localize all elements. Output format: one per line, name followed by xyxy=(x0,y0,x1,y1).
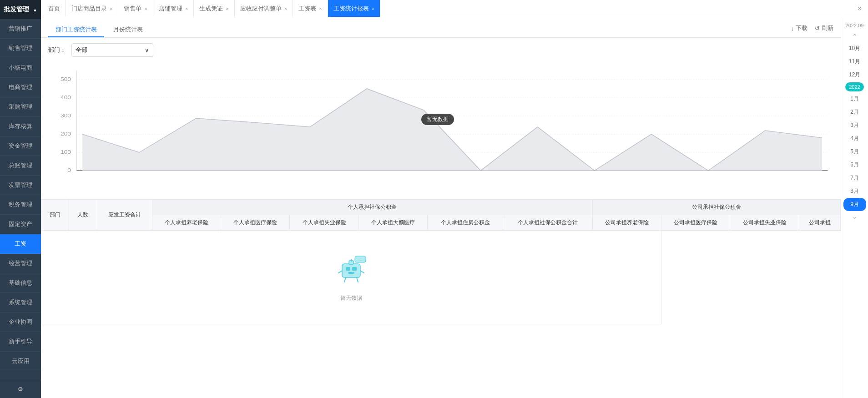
month-item-9[interactable]: 9月 xyxy=(843,198,866,211)
department-select[interactable]: 全部 ∨ xyxy=(71,43,153,57)
current-date-label: 2022.09 xyxy=(846,21,864,30)
sidebar-arrow-icon: ▲ xyxy=(33,7,37,12)
tab-销售单[interactable]: 销售单× xyxy=(118,0,153,17)
sidebar-item-云应用[interactable]: 云应用 xyxy=(0,352,41,371)
download-button[interactable]: ↓ 下载 xyxy=(791,24,808,32)
tab-label: 店铺管理 xyxy=(159,5,182,13)
svg-rect-15 xyxy=(346,267,350,271)
empty-state: ... 暂无数据 xyxy=(47,234,656,320)
sidebar-settings-button[interactable]: ⚙ xyxy=(0,380,41,398)
month-item-2[interactable]: 2月 xyxy=(843,106,866,119)
tab-close-button[interactable]: × xyxy=(144,6,147,11)
tab-label: 工资统计报表 xyxy=(333,5,369,13)
sidebar-item-基础信息[interactable]: 基础信息 xyxy=(0,273,41,293)
sidebar-item-营销推广[interactable]: 营销推广 xyxy=(0,19,41,39)
tab-close-button[interactable]: × xyxy=(319,6,322,11)
sidebar-item-经营管理[interactable]: 经营管理 xyxy=(0,254,41,273)
sidebar-item-固定资产[interactable]: 固定资产 xyxy=(0,215,41,234)
month-item-10[interactable]: 10月 xyxy=(843,42,866,55)
sub-tabs-left: 部门工资统计表月份统计表 xyxy=(48,23,150,37)
month-item-7[interactable]: 7月 xyxy=(843,171,866,185)
month-item-11[interactable]: 11月 xyxy=(843,55,866,68)
th-personal-medical: 个人承担医疗保险 xyxy=(221,215,290,231)
month-item-6[interactable]: 6月 xyxy=(843,158,866,171)
sidebar-item-系统管理[interactable]: 系统管理 xyxy=(0,293,41,312)
tab-close-button[interactable]: × xyxy=(226,6,228,11)
sidebar-item-企业协同[interactable]: 企业协同 xyxy=(0,312,41,332)
refresh-icon: ↺ xyxy=(815,25,820,32)
content-area: 部门工资统计表月份统计表 ↓ 下载 ↺ 刷新 部门： 全部 ∨ xyxy=(41,17,868,398)
tab-生成凭证[interactable]: 生成凭证× xyxy=(194,0,234,17)
month-item-5[interactable]: 5月 xyxy=(843,145,866,158)
sidebar-item-小畅电商[interactable]: 小畅电商 xyxy=(0,58,41,78)
sidebar-item-电商管理[interactable]: 电商管理 xyxy=(0,78,41,97)
date-nav-up[interactable]: ⌃ xyxy=(850,31,859,42)
th-personal-housing: 个人承担住房公积金 xyxy=(428,215,503,231)
sub-tab-部门工资统计表[interactable]: 部门工资统计表 xyxy=(48,23,104,37)
svg-text:...: ... xyxy=(359,257,362,262)
sidebar-item-总账管理[interactable]: 总账管理 xyxy=(0,156,41,176)
date-panel: 2022.09 ⌃ 10月 11月 12月 2022 1月 2月 3月 4月 5… xyxy=(841,17,868,398)
svg-rect-16 xyxy=(352,267,357,271)
tab-close-button[interactable]: × xyxy=(372,6,374,11)
sub-tabs-right: ↓ 下载 ↺ 刷新 xyxy=(791,24,834,36)
month-item-3[interactable]: 3月 xyxy=(843,119,866,132)
tab-首页[interactable]: 首页 xyxy=(43,0,66,17)
data-table: 部门 人数 应发工资合计 个人承担社保公积金 公司承担社保公积金 个人承担养老保… xyxy=(41,199,841,324)
tab-label: 门店商品目录 xyxy=(71,5,107,13)
sidebar-item-税务管理[interactable]: 税务管理 xyxy=(0,195,41,215)
empty-text: 暂无数据 xyxy=(340,294,362,302)
tabs-bar: 首页门店商品目录×销售单×店铺管理×生成凭证×应收应付调整单×工资表×工资统计报… xyxy=(41,0,868,17)
tab-工资表[interactable]: 工资表× xyxy=(293,0,328,17)
tab-close-button[interactable]: × xyxy=(110,6,112,11)
download-label: 下载 xyxy=(796,24,807,32)
tab-label: 生成凭证 xyxy=(199,5,223,13)
sidebar-item-工资[interactable]: 工资 xyxy=(0,234,41,254)
date-nav-down[interactable]: ⌄ xyxy=(850,211,859,222)
tab-close-button[interactable]: × xyxy=(284,6,287,11)
sidebar-item-销售管理[interactable]: 销售管理 xyxy=(0,39,41,58)
sub-tab-月份统计表[interactable]: 月份统计表 xyxy=(106,23,150,37)
table-wrapper[interactable]: 部门 人数 应发工资合计 个人承担社保公积金 公司承担社保公积金 个人承担养老保… xyxy=(41,199,841,398)
sidebar-item-采购管理[interactable]: 采购管理 xyxy=(0,97,41,117)
tab-label: 首页 xyxy=(48,5,60,13)
month-item-1[interactable]: 1月 xyxy=(843,92,866,106)
tab-工资统计报表[interactable]: 工资统计报表× xyxy=(328,0,380,17)
sidebar-title: 批发管理 xyxy=(4,5,29,14)
month-item-8[interactable]: 8月 xyxy=(843,185,866,198)
sidebar-header[interactable]: 批发管理 ▲ xyxy=(0,0,41,19)
tab-close-button[interactable]: × xyxy=(185,6,188,11)
svg-marker-13 xyxy=(82,89,822,171)
tab-应收应付调整单[interactable]: 应收应付调整单× xyxy=(235,0,293,17)
chart-svg-wrap: 0 100 200 300 400 500 暂无数据 xyxy=(48,66,833,184)
close-all-tabs-button[interactable]: × xyxy=(853,5,866,13)
svg-text:500: 500 xyxy=(61,76,71,82)
tab-label: 应收应付调整单 xyxy=(240,5,282,13)
sidebar-item-资金管理[interactable]: 资金管理 xyxy=(0,136,41,156)
tab-店铺管理[interactable]: 店铺管理× xyxy=(153,0,194,17)
th-personal-pension: 个人承担养老保险 xyxy=(152,215,221,231)
sidebar-item-新手引导[interactable]: 新手引导 xyxy=(0,332,41,352)
th-personal-bigmedical: 个人承担大额医疗 xyxy=(358,215,427,231)
svg-line-22 xyxy=(344,277,346,282)
content-main: 部门工资统计表月份统计表 ↓ 下载 ↺ 刷新 部门： 全部 ∨ xyxy=(41,17,841,398)
svg-rect-17 xyxy=(348,272,354,274)
sidebar: 批发管理 ▲ 营销推广销售管理小畅电商电商管理采购管理库存核算资金管理总账管理发… xyxy=(0,0,41,398)
svg-text:100: 100 xyxy=(61,149,71,155)
month-item-12[interactable]: 12月 xyxy=(843,68,866,81)
main-area: 首页门店商品目录×销售单×店铺管理×生成凭证×应收应付调整单×工资表×工资统计报… xyxy=(41,0,868,398)
sidebar-items: 营销推广销售管理小畅电商电商管理采购管理库存核算资金管理总账管理发票管理税务管理… xyxy=(0,19,41,371)
month-item-4[interactable]: 4月 xyxy=(843,132,866,145)
svg-line-20 xyxy=(338,271,342,273)
year-2022-label: 2022 xyxy=(845,82,863,91)
sub-tabs-bar: 部门工资统计表月份统计表 ↓ 下载 ↺ 刷新 xyxy=(41,17,841,38)
svg-text:300: 300 xyxy=(61,113,71,118)
refresh-button[interactable]: ↺ 刷新 xyxy=(815,24,833,32)
th-count: 人数 xyxy=(69,200,97,231)
th-company-other: 公司承担 xyxy=(799,215,840,231)
sidebar-item-库存核算[interactable]: 库存核算 xyxy=(0,117,41,136)
filter-label: 部门： xyxy=(48,46,66,54)
table-area: 部门 人数 应发工资合计 个人承担社保公积金 公司承担社保公积金 个人承担养老保… xyxy=(41,199,841,398)
sidebar-item-发票管理[interactable]: 发票管理 xyxy=(0,176,41,195)
tab-门店商品目录[interactable]: 门店商品目录× xyxy=(66,0,118,17)
